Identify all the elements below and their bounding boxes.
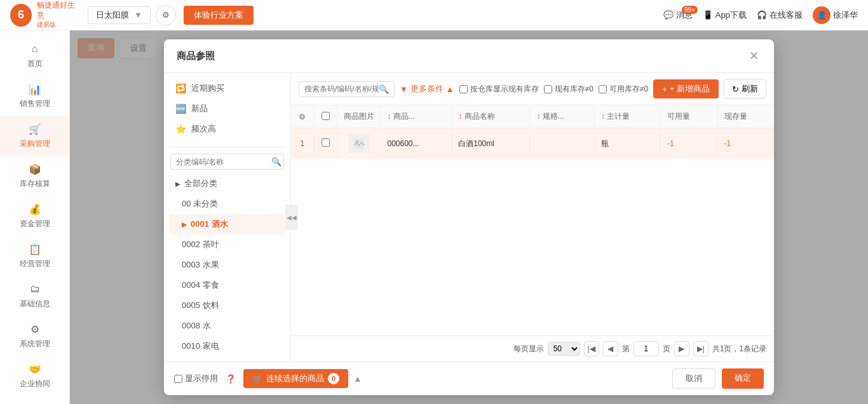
product-search-input[interactable] — [304, 84, 379, 93]
th-stock: 现存量 — [717, 105, 774, 128]
checkbox-nonzero-available[interactable]: 可用库存≠0 — [599, 84, 648, 95]
th-settings[interactable]: ⚙ — [291, 105, 314, 128]
show-disabled-check[interactable]: 显示停用 — [174, 373, 218, 384]
recent-purchase-label: 近期购买 — [191, 83, 224, 94]
cart-button[interactable]: 🛒 连续选择的商品 0 — [243, 369, 348, 388]
cat-tea[interactable]: 0002 茶叶 — [169, 234, 285, 255]
continuous-select-label: 连续选择的商品 — [266, 373, 324, 384]
cat-fruit[interactable]: 0003 水果 — [169, 255, 285, 275]
cat-snack[interactable]: 0004 零食 — [169, 275, 285, 295]
help-icon[interactable]: ❓ — [226, 374, 236, 384]
prev-page-button[interactable]: ◀ — [603, 341, 618, 356]
checkbox-nonzero-stock-input[interactable] — [544, 85, 552, 93]
logo-area: 6 畅捷通好生意 捷易版 — [10, 1, 80, 29]
cat-liquor-label: 0001 酒水 — [191, 219, 228, 230]
sidebar-item-guide[interactable]: 📖 新手引导 — [0, 396, 69, 404]
th-unit[interactable]: ↕ 主计量 — [594, 105, 660, 128]
search-magnifier-icon[interactable]: 🔍 — [379, 84, 389, 94]
store-selector[interactable]: 日太阳膜 ▼ — [88, 6, 151, 24]
page-label: 第 — [622, 344, 630, 354]
more-filter-button[interactable]: ▼ 更多条件 ▲ — [400, 83, 454, 95]
row-checkbox-cell[interactable] — [314, 128, 337, 159]
checkbox-nonzero-stock[interactable]: 现有库存≠0 — [544, 84, 593, 95]
sidebar-item-home[interactable]: ⌂ 首页 — [0, 36, 69, 76]
cat-water[interactable]: 0008 水 — [169, 316, 285, 336]
try-industry-button[interactable]: 体验行业方案 — [184, 6, 254, 25]
sidebar-item-finance[interactable]: 💰 资金管理 — [0, 196, 69, 236]
sidebar-inventory-label: 库存核算 — [20, 178, 50, 189]
select-all-checkbox[interactable] — [322, 112, 330, 120]
refresh-icon: ↻ — [732, 84, 739, 94]
star-icon: ⭐ — [175, 124, 186, 134]
online-service-btn[interactable]: 🎧 在线客服 — [757, 10, 803, 21]
settings-icon[interactable]: ⚙ — [156, 5, 176, 25]
th-code[interactable]: ↕ 商品... — [381, 105, 452, 128]
sidebar-item-system[interactable]: ⚙ 系统管理 — [0, 316, 69, 356]
filter-label: 更多条件 — [410, 83, 444, 95]
add-product-button[interactable]: + + 新增商品 — [653, 79, 719, 98]
sidebar-item-sales[interactable]: 📊 销售管理 — [0, 76, 69, 116]
app-download-btn[interactable]: 📱 App下载 — [703, 10, 747, 21]
collapse-cart-button[interactable]: ▲ — [353, 374, 362, 384]
store-name: 日太阳膜 — [96, 10, 129, 21]
modal-close-button[interactable]: ✕ — [746, 48, 761, 64]
cat-uncategorized-label: 00 未分类 — [182, 198, 218, 210]
pagination: 每页显示 50 10 20 100 |◀ ◀ 第 页 — [291, 335, 774, 361]
product-thumbnail — [349, 133, 369, 154]
cat-appliance[interactable]: 0010 家电 — [169, 336, 285, 356]
first-page-button[interactable]: |◀ — [584, 341, 599, 356]
filter-up-icon: ▲ — [446, 84, 454, 94]
divider1 — [169, 147, 285, 147]
th-name[interactable]: ↕ 商品名称 — [452, 105, 530, 128]
sidebar-item-basic-info[interactable]: 🗂 基础信息 — [0, 276, 69, 316]
page-size-select[interactable]: 50 10 20 100 — [548, 342, 580, 356]
cat-drink[interactable]: 0005 饮料 — [169, 295, 285, 316]
product-search-wrap[interactable]: 🔍 — [299, 81, 395, 97]
category-search[interactable]: 🔍 — [170, 154, 284, 170]
new-product-item[interactable]: 🆕 新品 — [169, 98, 285, 119]
cat-drink-label: 0005 饮料 — [182, 300, 219, 311]
logo-text-wrap: 畅捷通好生意 捷易版 — [37, 1, 80, 29]
th-spec[interactable]: ↕ 规格... — [530, 105, 594, 128]
current-page-input[interactable] — [634, 341, 659, 356]
recent-purchase-item[interactable]: 🔁 近期购买 — [169, 78, 285, 98]
next-page-button[interactable]: ▶ — [674, 341, 689, 356]
modal-left-panel: 🔁 近期购买 🆕 新品 ⭐ 频次高 — [164, 73, 291, 361]
sidebar-item-business[interactable]: 📋 经营管理 — [0, 236, 69, 276]
confirm-button[interactable]: 确定 — [722, 368, 764, 389]
modal-right-panel: 🔍 ▼ 更多条件 ▲ 按仓库显示现有库存 — [291, 73, 774, 361]
sidebar-basic-info-label: 基础信息 — [20, 299, 50, 309]
new-icon: 🆕 — [175, 104, 186, 114]
purchase-icon: 🛒 — [28, 122, 42, 136]
th-checkbox[interactable] — [314, 105, 337, 128]
row-checkbox[interactable] — [322, 138, 330, 147]
sidebar-item-purchase[interactable]: 🛒 采购管理 — [0, 116, 69, 156]
product-search-bar: 🔍 ▼ 更多条件 ▲ 按仓库显示现有库存 — [291, 73, 774, 105]
checkbox-show-stock-input[interactable] — [459, 85, 468, 93]
cat-uncategorized[interactable]: 00 未分类 — [169, 194, 285, 214]
cat-liquor[interactable]: ▶ 0001 酒水 — [169, 214, 285, 234]
cat-snack-label: 0004 零食 — [182, 279, 219, 291]
cat-all[interactable]: ▶ 全部分类 — [169, 173, 285, 194]
collapse-panel-button[interactable]: ◀◀ — [285, 205, 298, 230]
frequent-item[interactable]: ⭐ 频次高 — [169, 119, 285, 139]
sidebar-item-enterprise[interactable]: 🤝 企业协同 — [0, 356, 69, 396]
checkbox-show-stock[interactable]: 按仓库显示现有库存 — [459, 84, 539, 95]
logo-badge: 捷易版 — [37, 20, 80, 29]
sort-icon: ↕ — [388, 112, 391, 121]
recent-icon: 🔁 — [175, 83, 186, 93]
row-stock: -1 — [717, 128, 774, 159]
category-search-input[interactable] — [176, 158, 271, 166]
user-profile[interactable]: 👤 徐泽华 — [813, 6, 858, 24]
checkbox-nonzero-available-input[interactable] — [599, 85, 607, 93]
show-disabled-checkbox[interactable] — [174, 375, 182, 383]
cancel-button[interactable]: 取消 — [672, 368, 715, 389]
last-page-button[interactable]: ▶| — [693, 341, 709, 356]
row-num: 1 — [291, 128, 314, 159]
message-icon: 💬 — [663, 10, 674, 20]
table-row[interactable]: 1 — [291, 128, 774, 159]
refresh-button[interactable]: ↻ 刷新 — [724, 79, 766, 98]
message-btn[interactable]: 💬 消息 99+ — [663, 10, 693, 21]
sidebar-item-inventory[interactable]: 📦 库存核算 — [0, 156, 69, 196]
category-search-icon[interactable]: 🔍 — [271, 157, 281, 166]
